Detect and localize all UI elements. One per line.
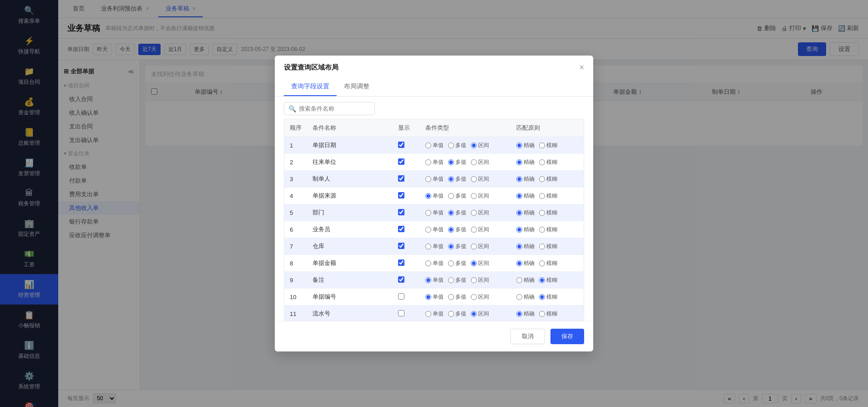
type-radio-label[interactable]: 单值	[425, 158, 444, 166]
type-radio[interactable]	[425, 227, 431, 233]
type-radio-label[interactable]: 多值	[448, 259, 466, 267]
type-radio[interactable]	[471, 277, 477, 283]
type-radio[interactable]	[471, 176, 477, 182]
type-radio-label[interactable]: 多值	[448, 276, 466, 284]
match-radio-label[interactable]: 精确	[516, 226, 535, 234]
match-radio[interactable]	[539, 277, 545, 283]
match-radio[interactable]	[539, 142, 545, 148]
match-radio-label[interactable]: 精确	[516, 209, 535, 217]
show-checkbox[interactable]	[398, 310, 404, 316]
match-radio-label[interactable]: 模糊	[539, 276, 557, 284]
type-radio-label[interactable]: 单值	[425, 310, 444, 318]
match-radio-label[interactable]: 模糊	[539, 226, 557, 234]
match-radio-label[interactable]: 模糊	[539, 192, 557, 200]
type-radio-label[interactable]: 区间	[471, 226, 489, 234]
dialog-search-input[interactable]	[284, 102, 375, 115]
show-checkbox[interactable]	[398, 158, 404, 165]
type-radio[interactable]	[425, 277, 431, 283]
type-radio-label[interactable]: 多值	[448, 209, 466, 217]
type-radio[interactable]	[471, 311, 477, 317]
type-radio[interactable]	[471, 244, 477, 249]
match-radio[interactable]	[516, 294, 522, 300]
type-radio-label[interactable]: 多值	[448, 158, 466, 166]
type-radio-label[interactable]: 区间	[471, 175, 489, 183]
type-radio-label[interactable]: 多值	[448, 243, 466, 250]
type-radio-label[interactable]: 多值	[448, 293, 466, 301]
match-radio[interactable]	[539, 311, 545, 317]
type-radio[interactable]	[425, 159, 431, 165]
type-radio[interactable]	[448, 159, 454, 165]
type-radio-label[interactable]: 单值	[425, 209, 444, 217]
type-radio-label[interactable]: 区间	[471, 259, 489, 267]
match-radio-label[interactable]: 模糊	[539, 209, 557, 217]
type-radio-label[interactable]: 单值	[425, 276, 444, 284]
dialog-tab-layout[interactable]: 布局调整	[337, 78, 377, 96]
show-checkbox[interactable]	[398, 259, 404, 266]
type-radio-label[interactable]: 单值	[425, 293, 444, 301]
show-checkbox[interactable]	[398, 226, 404, 232]
type-radio[interactable]	[471, 193, 477, 199]
type-radio[interactable]	[425, 142, 431, 148]
type-radio[interactable]	[448, 294, 454, 300]
type-radio-label[interactable]: 单值	[425, 142, 444, 149]
type-radio[interactable]	[448, 277, 454, 283]
type-radio[interactable]	[425, 176, 431, 182]
type-radio[interactable]	[448, 142, 454, 148]
type-radio[interactable]	[425, 294, 431, 300]
type-radio-label[interactable]: 区间	[471, 310, 489, 318]
type-radio[interactable]	[448, 244, 454, 249]
match-radio[interactable]	[516, 227, 522, 233]
save-button[interactable]: 保存	[550, 329, 584, 344]
type-radio[interactable]	[448, 260, 454, 266]
type-radio-label[interactable]: 多值	[448, 226, 466, 234]
type-radio-label[interactable]: 单值	[425, 192, 444, 200]
match-radio[interactable]	[516, 142, 522, 148]
match-radio[interactable]	[539, 294, 545, 300]
type-radio-label[interactable]: 区间	[471, 243, 489, 250]
match-radio[interactable]	[516, 210, 522, 216]
match-radio-label[interactable]: 精确	[516, 192, 535, 200]
match-radio[interactable]	[539, 176, 545, 182]
match-radio[interactable]	[516, 277, 522, 283]
type-radio-label[interactable]: 区间	[471, 142, 489, 149]
match-radio-label[interactable]: 精确	[516, 259, 535, 267]
type-radio-label[interactable]: 区间	[471, 293, 489, 301]
match-radio-label[interactable]: 模糊	[539, 310, 557, 318]
type-radio[interactable]	[448, 176, 454, 182]
type-radio[interactable]	[471, 294, 477, 300]
type-radio[interactable]	[471, 159, 477, 165]
type-radio[interactable]	[471, 142, 477, 148]
type-radio[interactable]	[448, 210, 454, 216]
type-radio-label[interactable]: 区间	[471, 209, 489, 217]
type-radio-label[interactable]: 多值	[448, 192, 466, 200]
type-radio-label[interactable]: 多值	[448, 175, 466, 183]
match-radio[interactable]	[516, 193, 522, 199]
match-radio[interactable]	[539, 260, 545, 266]
match-radio[interactable]	[516, 159, 522, 165]
show-checkbox[interactable]	[398, 175, 404, 182]
match-radio-label[interactable]: 模糊	[539, 142, 557, 149]
type-radio-label[interactable]: 单值	[425, 259, 444, 267]
match-radio-label[interactable]: 精确	[516, 158, 535, 166]
match-radio[interactable]	[539, 244, 545, 249]
type-radio-label[interactable]: 多值	[448, 142, 466, 149]
type-radio-label[interactable]: 区间	[471, 276, 489, 284]
match-radio-label[interactable]: 模糊	[539, 293, 557, 301]
match-radio-label[interactable]: 精确	[516, 293, 535, 301]
dialog-tab-field-settings[interactable]: 查询字段设置	[284, 78, 337, 96]
type-radio[interactable]	[471, 210, 477, 216]
match-radio[interactable]	[516, 244, 522, 249]
type-radio-label[interactable]: 单值	[425, 243, 444, 250]
match-radio-label[interactable]: 精确	[516, 175, 535, 183]
dialog-close-btn[interactable]: ×	[579, 63, 584, 72]
show-checkbox[interactable]	[398, 192, 404, 198]
match-radio[interactable]	[539, 210, 545, 216]
type-radio[interactable]	[471, 227, 477, 233]
match-radio-label[interactable]: 模糊	[539, 175, 557, 183]
type-radio[interactable]	[425, 210, 431, 216]
match-radio[interactable]	[516, 311, 522, 317]
type-radio[interactable]	[425, 244, 431, 249]
type-radio-label[interactable]: 单值	[425, 226, 444, 234]
match-radio-label[interactable]: 模糊	[539, 158, 557, 166]
show-checkbox[interactable]	[398, 209, 404, 215]
